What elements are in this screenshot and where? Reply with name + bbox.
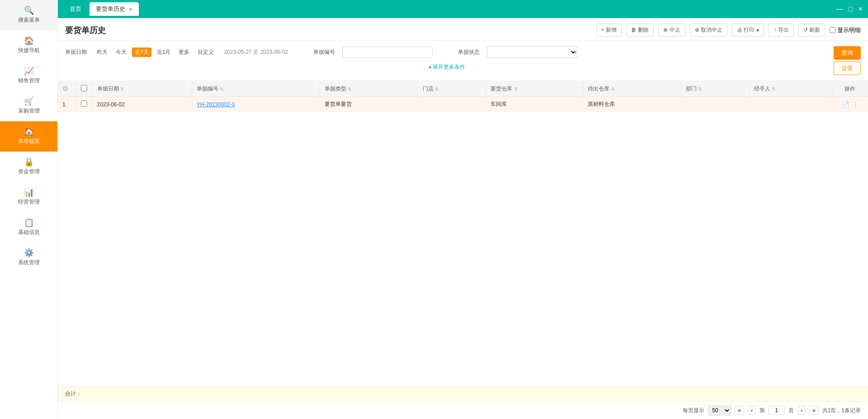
system-icon: ⚙️: [24, 249, 34, 257]
stop-button[interactable]: ⊗ 中止: [658, 24, 685, 37]
col-pending-warehouse[interactable]: 待出仓库 ⇅: [583, 81, 681, 97]
new-button[interactable]: + 新增: [596, 24, 622, 37]
date-quick-options: 昨天 今天 近7天 近1月 更多 自定义: [94, 48, 217, 57]
cell-pending-warehouse: 原材料仓库: [583, 97, 681, 112]
export-button[interactable]: ↑ 导出: [769, 24, 793, 37]
sort-date-icon: ⇅: [120, 86, 124, 91]
filter-action-buttons: 查询 设置: [834, 46, 861, 75]
sort-handler-icon: ⇅: [772, 86, 775, 91]
sidebar-item-basic-info[interactable]: 📋 基础信息: [0, 212, 57, 243]
top-bar: 首页 要货单历史 × — □ ×: [58, 0, 868, 18]
page-header: 要货单历史 + 新增 🗑 删除 ⊗ 中止 ⊗ 取消中止 🖨 打印 ▾: [58, 18, 868, 41]
summary-label: 合计：: [65, 390, 81, 397]
sort-orderno-icon: ⇅: [220, 86, 223, 91]
col-date[interactable]: 单据日期 ⇅: [92, 81, 192, 97]
date-1month[interactable]: 近1月: [154, 48, 174, 57]
col-department[interactable]: 部门 ⇅: [681, 81, 749, 97]
prev-page-btn[interactable]: ‹: [748, 406, 756, 415]
row-more-icon[interactable]: ⋮: [852, 101, 859, 108]
show-detail-checkbox[interactable]: [830, 27, 835, 33]
col-order-type[interactable]: 单据类型 ⇅: [320, 81, 418, 97]
last-page-btn[interactable]: »: [809, 406, 819, 415]
order-no-label: 单据编号: [313, 48, 335, 56]
col-req-warehouse[interactable]: 要货仓库 ⇅: [486, 81, 583, 97]
page-size-select[interactable]: 50 10 20 100: [708, 405, 731, 415]
sales-icon: 📈: [24, 67, 34, 75]
cell-req-warehouse: 车间库: [486, 97, 583, 112]
topbar-maximize-icon[interactable]: □: [849, 5, 853, 13]
date-range-display: 2023-05-27 至 2023-06-02: [224, 48, 288, 56]
sidebar-item-sales[interactable]: 📈 销售管理: [0, 61, 57, 91]
data-table: ⚙ 单据日期 ⇅ 单据编号 ⇅: [58, 81, 868, 112]
sidebar-item-label: 采购管理: [18, 107, 40, 115]
print-dropdown-icon: ▾: [756, 27, 759, 33]
cell-date: 2023-06-02: [92, 97, 192, 112]
date-yesterday[interactable]: 昨天: [94, 48, 110, 57]
home-tab[interactable]: 首页: [63, 2, 88, 16]
sidebar-item-label: 经营管理: [18, 198, 40, 206]
settings-gear-icon[interactable]: ⚙: [62, 85, 68, 92]
sort-pendingwarehouse-icon: ⇅: [611, 86, 615, 91]
sort-store-icon: ⇅: [435, 86, 439, 91]
next-page-btn[interactable]: ›: [797, 406, 806, 415]
sidebar-item-label: 销售管理: [18, 77, 40, 85]
finance-icon: 🔒: [24, 158, 34, 166]
cancel-stop-button[interactable]: ⊗ 取消中止: [690, 24, 727, 37]
status-label: 单据状态: [458, 48, 480, 56]
sidebar-item-label: 基础信息: [18, 229, 40, 236]
status-select[interactable]: [487, 46, 577, 58]
order-no-input[interactable]: [342, 47, 433, 57]
date-today[interactable]: 今天: [113, 48, 129, 57]
sidebar-item-label: 库存核算: [18, 138, 40, 145]
sidebar-item-purchase[interactable]: 🛒 采购管理: [0, 91, 57, 121]
cell-checkbox[interactable]: [76, 97, 92, 112]
topbar-minimize-icon[interactable]: —: [836, 5, 843, 13]
sidebar-item-operation[interactable]: 📊 经营管理: [0, 182, 57, 212]
first-page-btn[interactable]: «: [735, 406, 744, 415]
table-header-row: ⚙ 单据日期 ⇅ 单据编号 ⇅: [58, 81, 868, 97]
cell-order-no[interactable]: YH-20230602-0: [192, 97, 320, 112]
cell-index: 1: [58, 97, 76, 112]
cell-handler: [749, 97, 832, 112]
show-detail-toggle[interactable]: 显示明细: [830, 26, 861, 34]
sidebar-item-inventory[interactable]: 🏠 库存核算: [0, 121, 57, 152]
row-checkbox[interactable]: [81, 100, 87, 107]
row-edit-icon[interactable]: 📄: [842, 101, 849, 108]
cell-department: [681, 97, 749, 112]
topbar-close-icon[interactable]: ×: [859, 5, 863, 13]
refresh-button[interactable]: ↺ 刷新: [798, 24, 825, 37]
sidebar-item-label: 系统管理: [18, 259, 40, 267]
sidebar-item-label: 快捷导航: [18, 47, 40, 54]
sidebar-item-search[interactable]: 🔍 搜索菜单: [0, 0, 57, 30]
col-order-no[interactable]: 单据编号 ⇅: [192, 81, 320, 97]
date-custom[interactable]: 自定义: [195, 48, 217, 57]
sidebar-item-quick-nav[interactable]: 🏠 快捷导航: [0, 30, 57, 61]
query-button[interactable]: 查询: [834, 46, 861, 60]
col-handler[interactable]: 经手人 ⇅: [749, 81, 832, 97]
pagination: 每页显示 50 10 20 100 « ‹ 第 页 › » 共1页，1条记录: [58, 401, 868, 419]
table-footer: 合计：: [58, 386, 868, 401]
page-label: 第: [760, 407, 765, 414]
current-page-input[interactable]: [769, 406, 785, 415]
sidebar-item-finance[interactable]: 🔒 资金管理: [0, 152, 57, 182]
date-7days[interactable]: 近7天: [132, 48, 151, 57]
tab-close-icon[interactable]: ×: [129, 6, 132, 13]
select-all-checkbox[interactable]: [81, 85, 87, 91]
settings-button[interactable]: 设置: [834, 62, 861, 75]
col-gear[interactable]: ⚙: [58, 81, 76, 97]
row-action-buttons: 📄 ⋮: [837, 101, 864, 108]
operation-icon: 📊: [24, 188, 34, 196]
table-row: 1 2023-06-02 YH-20230602-0 要货单要货 车间库 原材料…: [58, 97, 868, 112]
print-button[interactable]: 🖨 打印 ▾: [732, 24, 764, 37]
expand-more-btn[interactable]: ▾ 展开更多条件: [425, 62, 469, 73]
col-store[interactable]: 门店 ⇅: [418, 81, 486, 97]
date-more[interactable]: 更多: [176, 48, 192, 57]
col-checkbox[interactable]: [76, 81, 92, 97]
sidebar: 🔍 搜索菜单 🏠 快捷导航 📈 销售管理 🛒 采购管理 🏠 库存核算 🔒 资金管…: [0, 0, 58, 419]
sidebar-item-system[interactable]: ⚙️ 系统管理: [0, 243, 57, 273]
col-ops: 操作: [832, 81, 868, 97]
content-area: 要货单历史 + 新增 🗑 删除 ⊗ 中止 ⊗ 取消中止 🖨 打印 ▾: [58, 18, 868, 419]
delete-button[interactable]: 🗑 删除: [626, 24, 654, 37]
main-area: 首页 要货单历史 × — □ × 要货单历史 + 新增 🗑 删除 ⊗ 中止: [58, 0, 868, 419]
current-tab[interactable]: 要货单历史 ×: [90, 2, 139, 16]
